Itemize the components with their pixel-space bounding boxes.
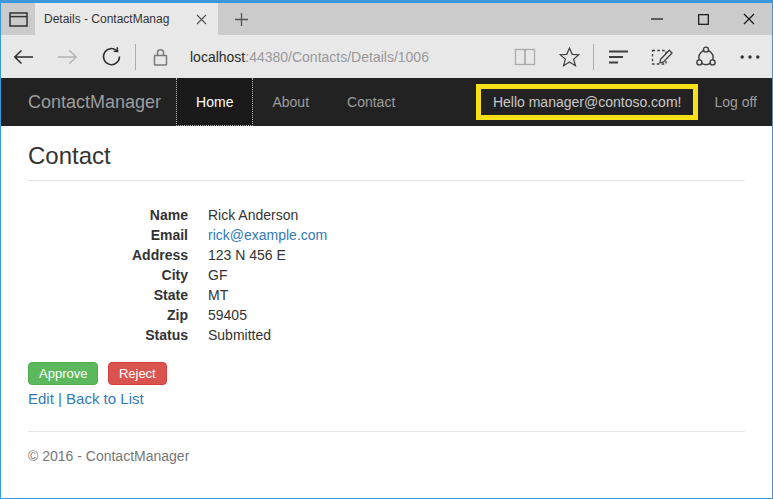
edit-link[interactable]: Edit xyxy=(28,390,54,407)
address-bar: localhost:44380/Contacts/Details/1006 xyxy=(1,35,772,78)
reading-view-icon[interactable] xyxy=(503,35,547,78)
refresh-icon[interactable] xyxy=(89,35,133,78)
page-title: Contact xyxy=(28,142,745,170)
titlebar-drag-area xyxy=(264,3,634,35)
footer-copyright: © 2016 - ContactManager xyxy=(28,448,745,464)
divider xyxy=(593,44,594,70)
detail-label: Address xyxy=(28,245,188,265)
nav-item-about[interactable]: About xyxy=(253,78,328,126)
greeting-highlight-box: Hello manager@contoso.com! xyxy=(476,84,699,120)
detail-row-address: Address 123 N 456 E xyxy=(28,245,745,265)
detail-label: Email xyxy=(28,225,188,245)
back-to-list-link[interactable]: Back to List xyxy=(66,390,144,407)
reject-button[interactable]: Reject xyxy=(108,362,167,385)
lock-icon[interactable] xyxy=(138,35,182,78)
site-navbar: ContactManager Home About Contact Hello … xyxy=(1,78,772,126)
detail-value: MT xyxy=(208,285,228,305)
detail-value: 59405 xyxy=(208,305,247,325)
detail-row-city: City GF xyxy=(28,265,745,285)
new-tab-button[interactable] xyxy=(218,3,264,35)
detail-row-status: Status Submitted xyxy=(28,325,745,345)
detail-value: 123 N 456 E xyxy=(208,245,286,265)
tab-preview-icon[interactable] xyxy=(1,3,35,35)
url-field[interactable]: localhost:44380/Contacts/Details/1006 xyxy=(182,49,503,65)
brand-link[interactable]: ContactManager xyxy=(1,78,176,126)
detail-value: Rick Anderson xyxy=(208,205,298,225)
back-icon[interactable] xyxy=(1,35,45,78)
action-buttons: Approve Reject xyxy=(28,362,745,385)
divider xyxy=(135,44,136,70)
more-options-icon[interactable] xyxy=(728,35,772,78)
manage-account-link[interactable]: Hello manager@contoso.com! xyxy=(493,94,682,110)
detail-label: Zip xyxy=(28,305,188,325)
divider xyxy=(28,180,745,181)
favorites-star-icon[interactable] xyxy=(547,35,591,78)
nav-item-home[interactable]: Home xyxy=(176,78,253,126)
title-bar: Details - ContactManag xyxy=(1,3,772,35)
forward-icon[interactable] xyxy=(45,35,89,78)
footer-divider xyxy=(28,431,745,432)
nav-item-contact[interactable]: Contact xyxy=(328,78,414,126)
detail-value: GF xyxy=(208,265,227,285)
detail-label: Name xyxy=(28,205,188,225)
detail-label: City xyxy=(28,265,188,285)
log-off-link[interactable]: Log off xyxy=(708,78,772,126)
detail-label: State xyxy=(28,285,188,305)
url-path: :44380/Contacts/Details/1006 xyxy=(245,49,429,65)
close-window-button[interactable] xyxy=(726,3,772,35)
detail-row-state: State MT xyxy=(28,285,745,305)
page-content: Contact Name Rick Anderson Email rick@ex… xyxy=(1,126,772,498)
edit-links-row: Edit | Back to List xyxy=(28,390,745,407)
browser-tab[interactable]: Details - ContactManag xyxy=(35,3,218,35)
detail-row-zip: Zip 59405 xyxy=(28,305,745,325)
email-link[interactable]: rick@example.com xyxy=(208,227,327,243)
detail-row-name: Name Rick Anderson xyxy=(28,205,745,225)
contact-details-list: Name Rick Anderson Email rick@example.co… xyxy=(28,205,745,345)
browser-window: Details - ContactManag xyxy=(0,0,773,499)
maximize-button[interactable] xyxy=(680,3,726,35)
minimize-button[interactable] xyxy=(634,3,680,35)
tab-close-icon[interactable] xyxy=(190,8,212,30)
tab-title: Details - ContactManag xyxy=(44,12,190,26)
web-note-icon[interactable] xyxy=(640,35,684,78)
detail-row-email: Email rick@example.com xyxy=(28,225,745,245)
share-icon[interactable] xyxy=(684,35,728,78)
detail-value: Submitted xyxy=(208,325,271,345)
hub-icon[interactable] xyxy=(596,35,640,78)
link-separator: | xyxy=(58,390,62,407)
approve-button[interactable]: Approve xyxy=(28,362,98,385)
url-host: localhost xyxy=(190,49,245,65)
navbar-spacer xyxy=(414,78,476,126)
detail-label: Status xyxy=(28,325,188,345)
